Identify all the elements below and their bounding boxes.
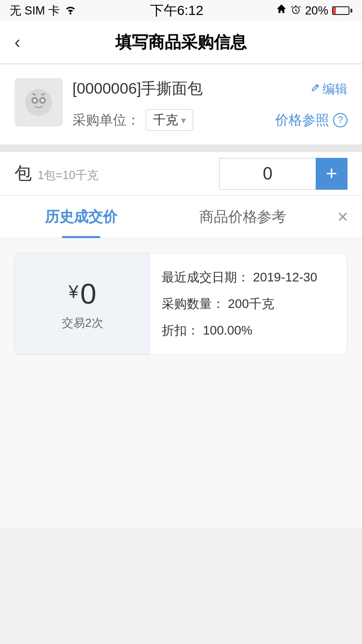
quantity-unit: 包	[14, 162, 32, 185]
status-bar: 无 SIM 卡 下午6:12 20%	[0, 0, 362, 21]
discount-label: 折扣：	[162, 323, 199, 337]
svg-point-2	[25, 89, 52, 116]
status-carrier: 无 SIM 卡	[10, 3, 77, 18]
tab-history-price[interactable]: 历史成交价	[0, 196, 162, 238]
purchase-qty-value: 200千克	[228, 296, 274, 311]
quantity-plus-button[interactable]: +	[316, 158, 348, 190]
svg-point-6	[41, 99, 44, 102]
price-symbol: ¥	[69, 282, 78, 302]
nav-bar: ‹ 填写商品采购信息	[0, 21, 362, 64]
tab-product-price-reference[interactable]: 商品价格参考	[162, 196, 323, 238]
battery-percentage: 20%	[305, 4, 328, 17]
help-icon: ?	[333, 113, 348, 127]
recent-date-label: 最近成交日期：	[162, 270, 250, 284]
product-info: [0000006]手撕面包 编辑 采购单位： 千克 ▾ 价格参照 ?	[72, 78, 348, 131]
unit-value: 千克	[153, 112, 178, 128]
tabs-container: 历史成交价 商品价格参考 ×	[0, 196, 362, 238]
svg-point-5	[33, 99, 36, 102]
quantity-label-group: 包 1包=10千克	[14, 162, 219, 185]
alarm-icon	[291, 4, 301, 17]
carrier-text: 无 SIM 卡	[10, 3, 60, 18]
product-card: [0000006]手撕面包 编辑 采购单位： 千克 ▾ 价格参照 ?	[0, 65, 362, 144]
purchase-qty-row: 采购数量： 200千克	[162, 294, 335, 313]
history-price-summary: ¥ 0 交易2次	[15, 253, 150, 354]
quantity-input-group: +	[219, 158, 348, 190]
tab-active-indicator	[62, 236, 100, 238]
unit-label: 采购单位：	[72, 111, 140, 129]
section-divider	[0, 144, 362, 152]
transaction-count: 交易2次	[62, 315, 103, 331]
quantity-row: 包 1包=10千克 +	[0, 152, 362, 196]
location-icon	[276, 4, 287, 17]
price-ref-label: 价格参照	[275, 111, 329, 129]
page-title: 填写商品采购信息	[115, 31, 247, 54]
wifi-icon	[64, 4, 77, 17]
status-right-icons: 20%	[276, 4, 352, 17]
price-reference-button[interactable]: 价格参照 ?	[275, 111, 348, 129]
history-price-value: ¥ 0	[69, 277, 96, 310]
back-button[interactable]: ‹	[10, 28, 25, 57]
svg-point-0	[70, 13, 71, 14]
quantity-conversion: 1包=10千克	[38, 168, 98, 183]
discount-value: 100.00%	[203, 323, 252, 337]
product-name: [0000006]手撕面包	[72, 78, 203, 99]
history-card: ¥ 0 交易2次 最近成交日期： 2019-12-30 采购数量： 200千克 …	[14, 253, 348, 355]
content-area: ¥ 0 交易2次 最近成交日期： 2019-12-30 采购数量： 200千克 …	[0, 238, 362, 528]
unit-selector[interactable]: 千克 ▾	[146, 109, 193, 131]
edit-button[interactable]: 编辑	[311, 81, 348, 98]
discount-row: 折扣： 100.00%	[162, 321, 335, 340]
history-details: 最近成交日期： 2019-12-30 采购数量： 200千克 折扣： 100.0…	[150, 253, 347, 354]
unit-left: 采购单位： 千克 ▾	[72, 109, 193, 131]
price-number: 0	[80, 277, 96, 310]
quantity-input[interactable]	[219, 158, 316, 190]
unit-dropdown-arrow: ▾	[181, 114, 186, 126]
recent-date-value: 2019-12-30	[253, 270, 317, 284]
product-thumbnail	[14, 78, 63, 126]
battery-icon	[332, 6, 352, 15]
status-time: 下午6:12	[150, 1, 204, 20]
edit-label: 编辑	[322, 81, 348, 98]
recent-date-row: 最近成交日期： 2019-12-30	[162, 268, 335, 287]
purchase-qty-label: 采购数量：	[162, 296, 224, 311]
tab-close-button[interactable]: ×	[323, 196, 362, 238]
